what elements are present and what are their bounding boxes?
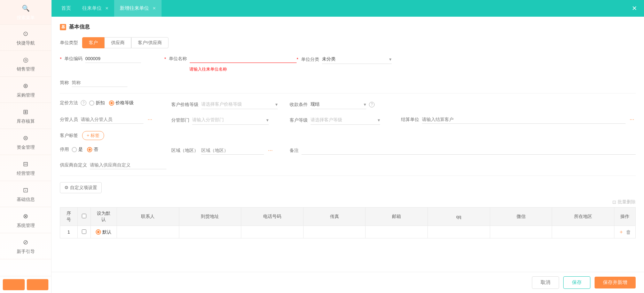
row-phone[interactable] [241, 226, 304, 238]
sidebar-item-inventory[interactable]: ⊞ 库存核算 [0, 103, 51, 129]
col-qq: qq [427, 207, 490, 226]
customer-price-level-select[interactable]: 请选择客户价格等级 ▾ [201, 100, 278, 109]
settlement-unit-input[interactable] [422, 115, 626, 124]
customer-price-level-label: 客户价格等级 [171, 101, 198, 108]
row-default[interactable]: 默认 [91, 226, 117, 238]
manager-input[interactable] [81, 115, 143, 124]
customer-price-level-chevron: ▾ [275, 102, 278, 107]
save-button[interactable]: 保存 [563, 276, 590, 289]
row-qq[interactable] [427, 226, 490, 238]
row-checkbox-input[interactable] [82, 229, 86, 234]
col-checkbox[interactable] [77, 207, 91, 226]
row-add-icon[interactable]: ＋ [619, 229, 624, 235]
contact-table: 序号 设为默认 联系人 到货地址 电话号码 传真 邮箱 qq 微信 所在地区 操… [60, 207, 636, 238]
customer-level-select[interactable]: 请选择客户等级 ▾ [311, 115, 380, 125]
row-email-input[interactable] [370, 229, 423, 235]
pricing-method-help-icon[interactable]: ? [81, 100, 86, 106]
unit-name-input[interactable] [190, 55, 297, 63]
remark-input[interactable] [301, 146, 636, 155]
row-email[interactable] [366, 226, 428, 238]
disabled-radio-yes[interactable]: 是 [72, 146, 83, 153]
unit-code-input[interactable] [85, 55, 141, 63]
save-add-button[interactable]: 保存并新增 [595, 277, 636, 288]
cancel-button[interactable]: 取消 [532, 276, 559, 289]
short-name-input[interactable] [72, 79, 127, 87]
sidebar-item-operations[interactable]: ⊟ 经营管理 [0, 155, 51, 181]
payment-terms-select[interactable]: 现结 ▾ [311, 100, 366, 109]
section-basic-info-title: 基 基本信息 [60, 24, 636, 30]
tab-counterparty-close[interactable]: ✕ [105, 6, 109, 11]
pricing-radio-price-level-circle [109, 100, 114, 106]
supplier-custom-input[interactable] [90, 161, 166, 169]
manager-more-icon[interactable]: ··· [146, 116, 154, 123]
row-wechat-input[interactable] [494, 229, 548, 235]
row-delete-icon[interactable]: 🗑 [626, 229, 631, 235]
unit-type-label: 单位类型 [60, 40, 78, 46]
customer-tags-row: 客户标签 + 标签 [60, 131, 636, 140]
type-btn-both[interactable]: 客户/供应商 [131, 37, 168, 48]
short-name-row: 简称 [60, 79, 636, 87]
select-all-checkbox[interactable] [82, 214, 86, 218]
batch-delete-button[interactable]: ⊡ 批量删除 [612, 199, 636, 205]
sidebar-item-search[interactable]: 🔍 搜索菜单 [0, 0, 51, 25]
settlement-unit-label: 结算单位 [401, 116, 419, 123]
sidebar-item-finance[interactable]: ⊜ 资金管理 [0, 129, 51, 155]
type-btn-supplier[interactable]: 供应商 [104, 37, 131, 48]
sidebar-bottom-btn-1[interactable] [3, 279, 25, 290]
tab-new-counterparty-label: 新增往来单位 [120, 5, 149, 11]
window-close-button[interactable]: ✕ [629, 5, 640, 12]
row-checkbox[interactable] [77, 226, 91, 238]
row-contact-input[interactable] [121, 229, 175, 235]
disabled-radio-no[interactable]: 否 [87, 146, 98, 153]
region-input[interactable] [201, 146, 264, 155]
newbie-icon: ⊘ [21, 237, 31, 247]
unit-code-required-star: * [60, 56, 62, 62]
sidebar-item-quick-nav[interactable]: ⊙ 快捷导航 [0, 25, 51, 51]
disabled-radio-yes-circle [72, 147, 77, 152]
row-default-radio[interactable]: 默认 [95, 229, 112, 235]
tab-new-counterparty-close[interactable]: ✕ [152, 6, 156, 11]
unit-code-label: 单位编码 [64, 56, 83, 62]
pricing-radio-price-level[interactable]: 价格等级 [109, 100, 134, 106]
region-more-icon[interactable]: ··· [267, 147, 274, 154]
row-address[interactable] [179, 226, 241, 238]
sidebar-item-newbie[interactable]: ⊘ 新手引导 [0, 233, 51, 259]
batch-delete-label: 批量删除 [618, 199, 636, 205]
contact-table-wrap: ⊡ 批量删除 序号 设为默认 联系人 到货地址 电话号码 传真 邮箱 qq [60, 199, 636, 238]
row-region-input[interactable] [556, 229, 610, 235]
department-select[interactable]: 请输入分管部门 ▾ [192, 115, 269, 125]
sidebar-item-sales[interactable]: ◎ 销售管理 [0, 51, 51, 77]
pricing-radio-discount[interactable]: 折扣 [89, 100, 105, 106]
row-qq-input[interactable] [432, 229, 486, 235]
sidebar-item-system[interactable]: ⊗ 系统管理 [0, 207, 51, 233]
sidebar-item-label: 系统管理 [17, 222, 35, 229]
payment-terms-help-icon[interactable]: ? [369, 102, 375, 107]
row-wechat[interactable] [490, 226, 552, 238]
tab-home[interactable]: 首页 [56, 0, 77, 17]
section-icon: 基 [60, 24, 66, 30]
row-fax[interactable] [303, 226, 366, 238]
disabled-radio-no-circle [87, 147, 92, 152]
customer-level-placeholder: 请选择客户等级 [311, 117, 342, 123]
type-btn-customer[interactable]: 客户 [82, 37, 104, 48]
add-tag-button[interactable]: + 标签 [82, 131, 104, 140]
row-contact[interactable] [117, 226, 179, 238]
sidebar-item-label: 库存核算 [17, 118, 35, 124]
tab-new-counterparty[interactable]: 新增往来单位 ✕ [114, 0, 162, 17]
row-region[interactable] [552, 226, 614, 238]
sidebar-bottom-btn-2[interactable] [27, 279, 49, 290]
row-address-input[interactable] [183, 229, 237, 235]
row-fax-input[interactable] [308, 229, 361, 235]
finance-icon: ⊜ [21, 133, 31, 143]
col-address: 到货地址 [179, 207, 241, 226]
custom-settings-button[interactable]: ⚙ 自定义项设置 [60, 182, 102, 193]
sidebar-item-label: 经营管理 [17, 170, 35, 177]
col-fax: 传真 [303, 207, 366, 226]
tab-counterparty[interactable]: 往来单位 ✕ [77, 0, 114, 17]
sidebar-item-purchase[interactable]: ⊛ 采购管理 [0, 77, 51, 103]
search-icon: 🔍 [21, 3, 31, 13]
row-phone-input[interactable] [245, 229, 299, 235]
settlement-unit-more-icon[interactable]: ··· [628, 116, 636, 123]
sidebar-item-basic-info[interactable]: ⊡ 基础信息 [0, 181, 51, 207]
unit-category-select[interactable]: 未分类 ▾ [322, 55, 392, 64]
